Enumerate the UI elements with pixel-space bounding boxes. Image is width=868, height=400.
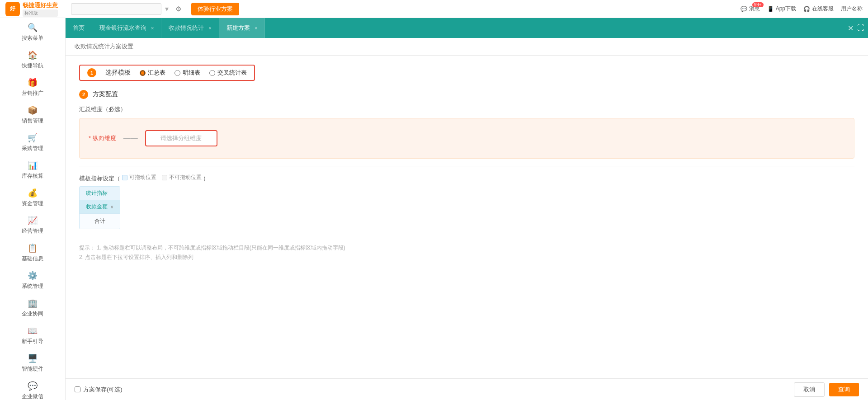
sidebar-label-inventory: 库存核算 bbox=[22, 172, 43, 180]
radio-cross-input[interactable] bbox=[209, 70, 215, 76]
sidebar-item-guide[interactable]: 📖 新手引导 bbox=[0, 321, 65, 349]
sidebar-item-marketing[interactable]: 🎁 营销推广 bbox=[0, 73, 65, 101]
radio-summary-input[interactable] bbox=[140, 70, 146, 76]
metrics-title-text: 模板指标设定（ bbox=[79, 175, 120, 182]
form-container: 1 选择模板 汇总表 明细表 bbox=[66, 56, 868, 378]
hint-section: 提示： 1. 拖动标题栏可以调整布局，不可跨维度或指标区域拖动栏目段(只能在同一… bbox=[79, 244, 854, 261]
step1-section: 1 选择模板 汇总表 明细表 bbox=[79, 65, 854, 81]
radio-cross-label: 交叉统计表 bbox=[217, 69, 247, 77]
cancel-button[interactable]: 取消 bbox=[794, 382, 825, 397]
sidebar-label-finance: 资金管理 bbox=[22, 200, 43, 207]
step1-number: 1 bbox=[87, 68, 96, 77]
search-input[interactable] bbox=[71, 3, 161, 15]
tab-collection-close-icon[interactable]: × bbox=[208, 25, 211, 31]
sidebar-item-inventory[interactable]: 📊 库存核算 bbox=[0, 156, 65, 184]
radio-summary-label: 汇总表 bbox=[148, 69, 165, 77]
hint-2: 2. 点击标题栏下拉可设置排序、插入列和删除列 bbox=[79, 254, 854, 261]
sidebar-label-wechat: 企业微信 bbox=[22, 393, 43, 400]
arrow-icon: —— bbox=[123, 134, 138, 142]
radio-summary[interactable]: 汇总表 bbox=[140, 69, 165, 77]
sidebar-item-wechat[interactable]: 💬 企业微信 bbox=[0, 376, 65, 400]
query-button[interactable]: 查询 bbox=[829, 383, 859, 396]
tab-close-all-icon[interactable]: ✕ bbox=[848, 24, 854, 33]
metrics-col-label: 收款金额 bbox=[86, 203, 108, 211]
save-plan-label: 方案保存(可选) bbox=[83, 386, 123, 394]
settings-icon[interactable]: ⚙ bbox=[172, 3, 184, 15]
group-dimension-select[interactable]: 请选择分组维度 bbox=[145, 130, 217, 146]
service-icon: 🎧 bbox=[803, 6, 810, 12]
sidebar-label-system: 系统管理 bbox=[22, 282, 43, 290]
sidebar-item-operation[interactable]: 📈 经营管理 bbox=[0, 211, 65, 239]
tab-new-plan-label: 新建方案 bbox=[226, 24, 250, 32]
step2-number: 2 bbox=[79, 90, 88, 99]
page-title: 收款情况统计方案设置 bbox=[75, 43, 133, 50]
sidebar-item-sales[interactable]: 📦 销售管理 bbox=[0, 101, 65, 128]
sidebar-item-purchase[interactable]: 🛒 采购管理 bbox=[0, 128, 65, 156]
step2-title: 方案配置 bbox=[93, 90, 118, 99]
sidebar-item-finance[interactable]: 💰 资金管理 bbox=[0, 184, 65, 211]
wechat-icon: 💬 bbox=[28, 381, 38, 391]
save-plan-checkbox[interactable] bbox=[75, 386, 80, 392]
top-header: 好 畅捷通好生意 标准版 ▾ ⚙ 体验行业方案 💬 消息 99+ 📱 App下载… bbox=[0, 0, 868, 18]
hardware-icon: 🖥️ bbox=[28, 353, 38, 363]
sidebar-label-hardware: 智能硬件 bbox=[22, 365, 43, 373]
cart-icon: 🛒 bbox=[28, 133, 38, 143]
message-icon: 💬 bbox=[741, 6, 747, 12]
sidebar-item-quick-nav[interactable]: 🏠 快捷导航 bbox=[0, 46, 65, 73]
tab-collection[interactable]: 收款情况统计 × bbox=[161, 18, 219, 38]
online-service-button[interactable]: 🎧 在线客服 bbox=[803, 5, 834, 13]
tab-new-plan[interactable]: 新建方案 × bbox=[219, 18, 265, 38]
footer-bar: 方案保存(可选) 取消 查询 bbox=[66, 378, 868, 400]
stat-header-label: 统计指标 bbox=[86, 189, 108, 197]
search-dropdown-icon[interactable]: ▾ bbox=[165, 5, 169, 13]
sidebar-label-basic: 基础信息 bbox=[22, 255, 43, 263]
logo-badge: 标准版 bbox=[23, 9, 58, 17]
money-icon: 💰 bbox=[28, 188, 38, 198]
group-dimension-placeholder: 请选择分组维度 bbox=[160, 134, 202, 142]
page-content: 收款情况统计方案设置 1 选择模板 汇总表 bbox=[66, 38, 868, 400]
template-selection-box: 1 选择模板 汇总表 明细表 bbox=[79, 65, 255, 81]
metrics-row-total: 合计 bbox=[80, 214, 120, 229]
radio-detail-input[interactable] bbox=[175, 70, 180, 76]
metrics-body: 收款金额 ∨ 合计 bbox=[80, 200, 120, 229]
metrics-dropdown-arrow: ∨ bbox=[110, 204, 113, 209]
radio-detail[interactable]: 明细表 bbox=[175, 69, 200, 77]
metrics-col-header[interactable]: 收款金额 ∨ bbox=[80, 200, 120, 214]
fixed-legend-dot bbox=[162, 175, 167, 180]
app-download-button[interactable]: 📱 App下载 bbox=[767, 5, 796, 13]
tab-bank[interactable]: 现金银行流水查询 × bbox=[92, 18, 161, 38]
operation-icon: 📈 bbox=[28, 216, 38, 226]
sidebar-item-search[interactable]: 🔍 搜索菜单 bbox=[0, 18, 65, 46]
page-title-bar: 收款情况统计方案设置 bbox=[66, 38, 868, 56]
message-button[interactable]: 💬 消息 99+ bbox=[741, 5, 760, 13]
movable-legend-label: 可拖动位置 bbox=[129, 174, 156, 181]
tab-new-plan-close-icon[interactable]: × bbox=[255, 25, 257, 31]
gear-icon: ⚙️ bbox=[28, 271, 38, 281]
tab-home-label: 首页 bbox=[73, 24, 85, 32]
sidebar-label-guide: 新手引导 bbox=[22, 338, 43, 345]
metrics-title-suffix: ） bbox=[203, 175, 209, 182]
sidebar: 🔍 搜索菜单 🏠 快捷导航 🎁 营销推广 📦 销售管理 🛒 采购管理 📊 库存核… bbox=[0, 18, 66, 400]
tab-bank-close-icon[interactable]: × bbox=[151, 25, 154, 31]
save-plan-checkbox-label[interactable]: 方案保存(可选) bbox=[75, 386, 123, 394]
app-label: App下载 bbox=[776, 5, 796, 13]
config-section: 汇总维度（必选） 纵向维度 —— 请选择分组维度 bbox=[79, 105, 854, 159]
sidebar-item-system[interactable]: ⚙️ 系统管理 bbox=[0, 266, 65, 294]
metrics-title-row: 模板指标设定（ 可拖动位置 不可拖动位置 ） bbox=[79, 174, 854, 183]
tab-expand-icon[interactable]: ⛶ bbox=[857, 24, 864, 32]
tab-home[interactable]: 首页 bbox=[66, 18, 92, 38]
sidebar-item-enterprise[interactable]: 🏢 企业协同 bbox=[0, 294, 65, 321]
radio-cross[interactable]: 交叉统计表 bbox=[209, 69, 247, 77]
user-name[interactable]: 用户名称 bbox=[841, 5, 863, 13]
sidebar-item-basic[interactable]: 📋 基础信息 bbox=[0, 239, 65, 266]
step1-title: 选择模板 bbox=[105, 69, 131, 77]
sidebar-item-hardware[interactable]: 🖥️ 智能硬件 bbox=[0, 349, 65, 376]
step1-header: 1 选择模板 汇总表 明细表 bbox=[79, 65, 854, 81]
logo-text: 畅捷通好生意 bbox=[23, 1, 58, 9]
trial-button[interactable]: 体验行业方案 bbox=[191, 3, 239, 15]
box-icon: 📦 bbox=[28, 105, 38, 115]
sidebar-label-marketing: 营销推广 bbox=[22, 89, 43, 97]
metrics-table: 统计指标 收款金额 ∨ 合计 bbox=[79, 186, 120, 229]
step2-header: 2 方案配置 bbox=[79, 90, 854, 99]
dimension-subtitle: 汇总维度（必选） bbox=[79, 105, 854, 113]
